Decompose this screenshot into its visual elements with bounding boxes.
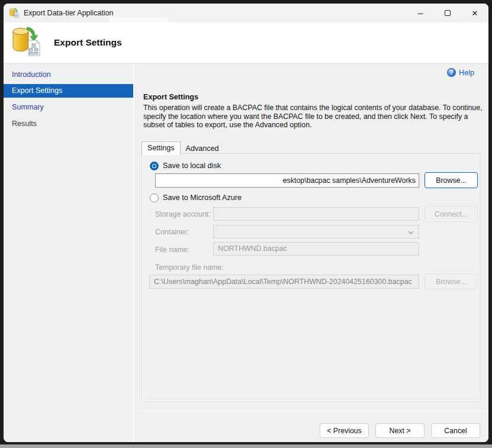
help-label: Help (459, 69, 474, 77)
settings-tab-panel: Save to local disk Browse... Save to Mic… (142, 153, 480, 402)
tab-settings[interactable]: Settings (142, 141, 181, 155)
storage-account-input (213, 207, 419, 221)
local-path-field-wrap (155, 173, 419, 188)
footer-divider (136, 411, 487, 411)
browse-local-button[interactable]: Browse... (425, 172, 478, 188)
local-path-input[interactable] (155, 173, 419, 188)
save-local-disk-radio[interactable] (150, 162, 159, 170)
tab-advanced[interactable]: Advanced (181, 143, 224, 154)
container-label: Container: (155, 228, 189, 236)
nav-item-summary[interactable]: Summary (4, 101, 133, 114)
nav-item-introduction[interactable]: Introduction (4, 68, 133, 81)
storage-account-label: Storage account: (155, 210, 211, 218)
browse-temp-button: Browse... (425, 273, 478, 289)
screen: Export Data-tier Application ─ ✕ (0, 0, 492, 448)
next-button[interactable]: Next > (375, 423, 425, 438)
container-dropdown (213, 225, 419, 238)
save-azure-label: Save to Microsoft Azure (163, 194, 242, 202)
content-pane: ? Help Export Settings This operation wi… (136, 65, 488, 442)
close-button[interactable]: ✕ (461, 4, 488, 22)
section-description: This operation will create a BACPAC file… (143, 104, 484, 130)
file-name-label: File name: (155, 246, 189, 254)
previous-button[interactable]: < Previous (320, 423, 369, 438)
save-azure-radio[interactable] (150, 194, 159, 202)
maximize-button[interactable] (434, 4, 461, 22)
chevron-down-icon (407, 228, 414, 235)
cancel-button[interactable]: Cancel (431, 423, 480, 438)
minimize-icon: ─ (417, 9, 423, 18)
minimize-button[interactable]: ─ (407, 4, 434, 22)
connect-button: Connect... (425, 206, 478, 222)
help-icon: ? (447, 68, 456, 77)
nav-item-results: Results (4, 117, 133, 130)
maximize-icon (445, 10, 451, 16)
window-controls: ─ ✕ (407, 4, 488, 22)
export-database-icon (10, 25, 43, 59)
titlebar[interactable]: Export Data-tier Application ─ ✕ (4, 4, 488, 22)
export-data-tier-dialog: Export Data-tier Application ─ ✕ (4, 4, 488, 442)
wizard-step-title: Export Settings (54, 37, 122, 48)
window-shadow-strip (0, 444, 492, 448)
window-title: Export Data-tier Application (24, 9, 113, 17)
section-heading: Export Settings (143, 93, 198, 101)
app-icon (9, 8, 20, 18)
temporary-file-path-input: C:\Users\maghan\AppData\Local\Temp\NORTH… (149, 275, 419, 289)
temporary-file-name-label: Temporary file name: (155, 263, 224, 272)
tab-strip: Settings Advanced (142, 141, 224, 154)
help-link[interactable]: ? Help (447, 68, 474, 77)
close-icon: ✕ (472, 9, 478, 18)
wizard-header: Export Settings (4, 22, 488, 64)
wizard-nav: Introduction Export Settings Summary Res… (4, 65, 134, 442)
save-local-disk-label: Save to local disk (163, 162, 221, 170)
file-name-input: NORTHWND.bacpac (213, 242, 419, 256)
nav-item-export-settings[interactable]: Export Settings (4, 84, 133, 98)
